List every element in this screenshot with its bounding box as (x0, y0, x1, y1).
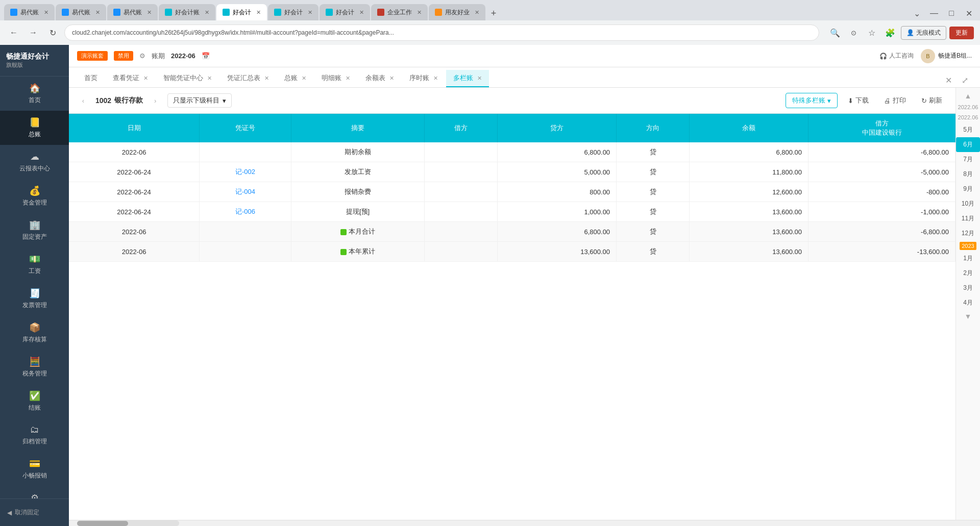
browser-tab-8[interactable]: 企业工作 ✕ (371, 4, 428, 20)
scrollbar-track[interactable] (77, 520, 179, 526)
extensions-button[interactable]: 🧩 (883, 25, 898, 40)
period-calendar-icon[interactable]: 📅 (202, 52, 210, 60)
sidebar-item-invoices[interactable]: 🧾 发票管理 (0, 282, 69, 316)
tab-sequential-ledger[interactable]: 序时账 ✕ (402, 70, 445, 87)
update-button[interactable]: 更新 (949, 27, 974, 39)
tab-close-6[interactable]: ✕ (308, 9, 312, 16)
tab-voucher-summary[interactable]: 凭证汇总表 ✕ (220, 70, 276, 87)
consulting-button[interactable]: 🎧 人工咨询 (879, 52, 914, 60)
sidebar-item-home[interactable]: 🏠 首页 (0, 77, 69, 111)
tab-close-smart-voucher[interactable]: ✕ (207, 75, 212, 82)
bookmark-button[interactable]: ☆ (864, 25, 879, 40)
browser-tab-5[interactable]: 好会计 ✕ (216, 4, 267, 20)
filter-selector[interactable]: 只显示下级科目 ▾ (167, 93, 232, 108)
sidebar-item-payroll[interactable]: 💵 工资 (0, 247, 69, 282)
sidebar-item-close-account[interactable]: ✅ 结账 (0, 384, 69, 418)
tab-close-4[interactable]: ✕ (205, 9, 209, 16)
tab-multi-col-ledger[interactable]: 多栏账 ✕ (446, 70, 489, 87)
maximize-button[interactable]: □ (944, 6, 959, 20)
scrollbar-thumb[interactable] (77, 521, 128, 526)
back-button[interactable]: ← (6, 25, 21, 40)
tab-smart-voucher[interactable]: 智能凭证中心 ✕ (156, 70, 219, 87)
cell-voucher[interactable]: 记-002 (200, 162, 291, 182)
reading-mode-button[interactable]: ⊙ (846, 25, 861, 40)
timeline-month-5[interactable]: 5月 (956, 122, 980, 137)
reload-button[interactable]: ↻ (45, 25, 60, 40)
tab-close-multi-col[interactable]: ✕ (477, 75, 482, 82)
timeline-month-7[interactable]: 7月 (956, 152, 980, 167)
new-tab-button[interactable]: + (486, 6, 501, 20)
timeline-month-2023-2[interactable]: 2月 (956, 266, 980, 281)
tab-close-1[interactable]: ✕ (44, 9, 48, 16)
timeline-year-2023-badge[interactable]: 2023 (960, 242, 976, 250)
sidebar-item-ledger[interactable]: 📒 总账 (0, 111, 69, 145)
tab-general-ledger[interactable]: 总账 ✕ (277, 70, 313, 87)
wuhen-mode-button[interactable]: 👤 无痕模式 (901, 26, 946, 40)
tab-view-voucher[interactable]: 查看凭证 ✕ (106, 70, 155, 87)
browser-tab-4[interactable]: 好会计账 ✕ (159, 4, 215, 20)
account-selector[interactable]: 1002 银行存款 (95, 96, 143, 105)
download-button[interactable]: ⬇ 下载 (843, 93, 874, 108)
tab-close-general-ledger[interactable]: ✕ (302, 75, 306, 82)
tab-close-sequential-ledger[interactable]: ✕ (433, 75, 438, 82)
browser-tab-6[interactable]: 好会计 ✕ (268, 4, 318, 20)
timeline-month-8[interactable]: 8月 (956, 167, 980, 182)
tab-close-balance-sheet[interactable]: ✕ (389, 75, 394, 82)
tab-home[interactable]: 首页 (77, 70, 105, 87)
tab-close-voucher-summary[interactable]: ✕ (264, 75, 269, 82)
timeline-month-10[interactable]: 10月 (956, 196, 980, 211)
timeline-month-2023-3[interactable]: 3月 (956, 281, 980, 295)
tab-close-5[interactable]: ✕ (256, 9, 261, 16)
timeline-month-2023-1[interactable]: 1月 (956, 251, 980, 266)
next-account-button[interactable]: › (149, 94, 161, 107)
sidebar-pin-toggle[interactable]: ◀ 取消固定 (0, 504, 69, 521)
browser-tab-2[interactable]: 易代账 ✕ (56, 4, 106, 20)
prev-account-button[interactable]: ‹ (77, 94, 89, 107)
browser-tab-1[interactable]: 易代账 ✕ (4, 4, 55, 20)
refresh-label: 刷新 (929, 96, 942, 105)
timeline-month-11[interactable]: 11月 (956, 211, 980, 226)
timeline-up-button[interactable]: ▲ (965, 90, 972, 102)
refresh-button[interactable]: ↻ 刷新 (916, 93, 947, 108)
tab-close-detailed-ledger[interactable]: ✕ (346, 75, 350, 82)
close-tab-panel-button[interactable]: ✕ (941, 73, 955, 87)
sidebar-item-inventory[interactable]: 📦 库存核算 (0, 316, 69, 350)
sidebar-item-tax[interactable]: 🧮 税务管理 (0, 350, 69, 384)
tab-close-7[interactable]: ✕ (359, 9, 364, 16)
tab-close-8[interactable]: ✕ (417, 9, 422, 16)
sidebar-item-cloud-reports[interactable]: ☁ 云报表中心 (0, 145, 69, 179)
tab-close-view-voucher[interactable]: ✕ (143, 75, 148, 82)
multi-col-button[interactable]: 特殊多栏账 ▾ (786, 93, 838, 108)
cell-voucher[interactable]: 记-006 (200, 202, 291, 222)
browser-tab-7[interactable]: 好会计 ✕ (320, 4, 370, 20)
browser-tab-9[interactable]: 用友好业 ✕ (429, 4, 485, 20)
sidebar-item-funds[interactable]: 💰 资金管理 (0, 179, 69, 213)
tab-balance-sheet[interactable]: 余额表 ✕ (358, 70, 401, 87)
tab-detailed-ledger[interactable]: 明细账 ✕ (314, 70, 357, 87)
timeline-month-6[interactable]: 6月 (956, 137, 980, 152)
expand-tab-panel-button[interactable]: ⤢ (958, 73, 972, 87)
sidebar-item-fixed-assets[interactable]: 🏢 固定资产 (0, 213, 69, 247)
minimize-button[interactable]: — (927, 6, 941, 20)
cell-voucher[interactable]: 记-004 (200, 182, 291, 202)
tab-close-3[interactable]: ✕ (147, 9, 152, 16)
timeline-down-button[interactable]: ▼ (965, 310, 972, 322)
browser-tab-3[interactable]: 易代账 ✕ (107, 4, 158, 20)
tab-list-button[interactable]: ⌄ (910, 6, 924, 20)
print-button[interactable]: 🖨 打印 (879, 93, 911, 108)
timeline-month-12[interactable]: 12月 (956, 226, 980, 241)
timeline-month-2023-4[interactable]: 4月 (956, 295, 980, 310)
account-settings-btn[interactable]: ⚙ (139, 52, 145, 60)
timeline-month-9[interactable]: 9月 (956, 182, 980, 196)
sidebar-item-expense[interactable]: 💳 小畅报销 (0, 452, 69, 486)
search-browser-button[interactable]: 🔍 (827, 25, 843, 40)
url-input[interactable]: cloud2.chanjet.com/accounting/uh26t264j5… (64, 24, 819, 41)
tab-close-9[interactable]: ✕ (475, 9, 479, 16)
bottom-scrollbar[interactable] (69, 520, 980, 526)
forward-button[interactable]: → (26, 25, 41, 40)
sidebar-item-settings[interactable]: ⚙ 基础设置 (0, 486, 69, 498)
close-window-button[interactable]: ✕ (962, 6, 976, 20)
sidebar-item-archive[interactable]: 🗂 归档管理 (0, 418, 69, 452)
tab-close-2[interactable]: ✕ (95, 9, 100, 16)
user-profile-button[interactable]: B 畅捷通B组... (921, 49, 972, 63)
